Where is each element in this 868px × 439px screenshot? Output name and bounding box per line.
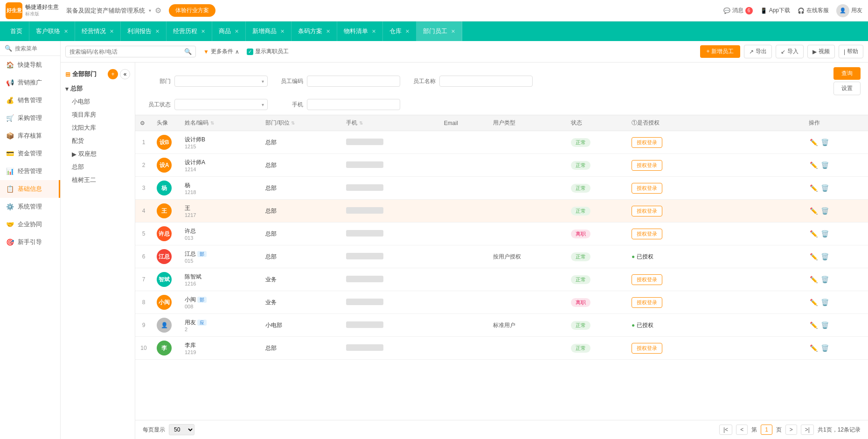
- empname-input[interactable]: [439, 76, 533, 87]
- sidebar-item-management[interactable]: 📊 经营管理: [0, 162, 60, 180]
- tree-node-zongbu2[interactable]: 总部: [61, 160, 135, 174]
- set-button[interactable]: 设置: [833, 82, 861, 95]
- sidebar-item-marketing[interactable]: 📢 营销推广: [0, 74, 60, 91]
- message-btn[interactable]: 💬 消息 6: [723, 7, 753, 14]
- tab-employee[interactable]: 部门员工✕: [417, 21, 462, 41]
- edit-button[interactable]: ✏️: [809, 206, 819, 216]
- close-icon[interactable]: ✕: [280, 28, 285, 35]
- th-name[interactable]: 姓名/编码 ⇅: [180, 115, 261, 131]
- sidebar-item-finance[interactable]: 💳 资金管理: [0, 145, 60, 162]
- sidebar-item-sales[interactable]: 💰 销售管理: [0, 91, 60, 109]
- settings-icon[interactable]: ⚙: [155, 6, 161, 15]
- auth-login-button[interactable]: 授权登录: [632, 343, 662, 354]
- settings-col-icon[interactable]: ⚙: [140, 120, 145, 126]
- sidebar-item-collab[interactable]: 🤝 企业协同: [0, 216, 60, 233]
- tree-node-shenyang[interactable]: 沈阳大库: [61, 121, 135, 134]
- tab-warehouse[interactable]: 仓库✕: [383, 21, 417, 41]
- auth-login-button[interactable]: 授权登录: [632, 297, 662, 308]
- auth-login-button[interactable]: 授权登录: [632, 229, 662, 239]
- delete-button[interactable]: 🗑️: [820, 321, 830, 330]
- export-button[interactable]: ↗ 导出: [744, 45, 772, 58]
- tab-new-goods[interactable]: 新增商品✕: [246, 21, 292, 41]
- sidebar-item-guide[interactable]: 🎯 新手引导: [0, 233, 60, 251]
- first-page-button[interactable]: |<: [719, 425, 732, 435]
- delete-button[interactable]: 🗑️: [820, 343, 830, 353]
- sys-title-arrow[interactable]: ▾: [149, 8, 151, 13]
- collapse-tree-button[interactable]: «: [120, 69, 130, 79]
- tree-node-zongbu[interactable]: ▾ 总部: [61, 82, 135, 95]
- close-icon[interactable]: ✕: [64, 28, 68, 35]
- edit-button[interactable]: ✏️: [809, 275, 819, 284]
- tab-goods[interactable]: 商品✕: [212, 21, 246, 41]
- page-size-select[interactable]: 50 100: [169, 424, 194, 435]
- prev-page-button[interactable]: <: [736, 425, 748, 435]
- edit-button[interactable]: ✏️: [809, 160, 819, 170]
- close-icon[interactable]: ✕: [235, 28, 239, 35]
- th-dept[interactable]: 部门/职位 ⇅: [261, 115, 341, 131]
- tree-node-peihuo[interactable]: 配货: [61, 134, 135, 147]
- sidebar-item-basic[interactable]: 📋 基础信息: [0, 180, 60, 198]
- employee-search-input[interactable]: [69, 49, 182, 55]
- delete-button[interactable]: 🗑️: [820, 298, 830, 307]
- tab-profit[interactable]: 利润报告✕: [121, 21, 167, 41]
- delete-button[interactable]: 🗑️: [820, 183, 830, 193]
- phone-input[interactable]: [307, 99, 400, 110]
- tab-operation[interactable]: 经营情况✕: [75, 21, 121, 41]
- online-service-btn[interactable]: 🎧 在线客服: [798, 7, 829, 14]
- close-icon[interactable]: ✕: [326, 28, 330, 35]
- last-page-button[interactable]: >|: [801, 425, 814, 435]
- auth-login-button[interactable]: 授权登录: [632, 274, 662, 285]
- sidebar-search-input[interactable]: [15, 45, 56, 52]
- next-page-button[interactable]: >: [785, 425, 797, 435]
- import-button[interactable]: ↙ 导入: [776, 45, 804, 58]
- edit-button[interactable]: ✏️: [809, 252, 819, 261]
- empstatus-select[interactable]: [174, 99, 268, 110]
- sidebar-item-inventory[interactable]: 📦 库存核算: [0, 127, 60, 145]
- close-icon[interactable]: ✕: [405, 28, 410, 35]
- close-icon[interactable]: ✕: [110, 28, 114, 35]
- user-menu[interactable]: 👤 用友: [836, 4, 862, 17]
- tab-bom[interactable]: 物料清单✕: [337, 21, 383, 41]
- tree-node-zhishu[interactable]: 植树王二: [61, 174, 135, 187]
- delete-button[interactable]: 🗑️: [820, 206, 830, 216]
- auth-login-button[interactable]: 授权登录: [632, 160, 662, 171]
- delete-button[interactable]: 🗑️: [820, 252, 830, 261]
- auth-login-button[interactable]: 授权登录: [632, 183, 662, 194]
- show-resigned-checkbox[interactable]: ✓ 显示离职员工: [247, 48, 289, 56]
- close-icon[interactable]: ✕: [372, 28, 376, 35]
- tab-barcode[interactable]: 条码方案✕: [292, 21, 337, 41]
- empcode-input[interactable]: [307, 76, 400, 87]
- add-dept-button[interactable]: +: [108, 69, 118, 79]
- sidebar-item-quicknav[interactable]: 🏠 快捷导航: [0, 56, 60, 74]
- app-download-btn[interactable]: 📱 App下载: [760, 7, 790, 14]
- sidebar-item-system[interactable]: ⚙️ 系统管理: [0, 198, 60, 216]
- delete-button[interactable]: 🗑️: [820, 275, 830, 284]
- tree-node-shuangzuo[interactable]: ▶ 双座想: [61, 147, 135, 160]
- close-icon[interactable]: ✕: [451, 28, 455, 35]
- tab-history[interactable]: 经营历程✕: [167, 21, 212, 41]
- delete-button[interactable]: 🗑️: [820, 229, 830, 238]
- edit-button[interactable]: ✏️: [809, 298, 819, 307]
- edit-button[interactable]: ✏️: [809, 183, 819, 193]
- tree-node-xiaodian[interactable]: 小电部: [61, 95, 135, 108]
- dept-select[interactable]: [174, 76, 268, 87]
- tab-home[interactable]: 首页: [4, 21, 29, 41]
- close-icon[interactable]: ✕: [201, 28, 205, 35]
- trial-button[interactable]: 体验行业方案: [169, 4, 215, 17]
- tree-node-project[interactable]: 项目库房: [61, 108, 135, 121]
- delete-button[interactable]: 🗑️: [820, 160, 830, 170]
- help-button[interactable]: | 帮助: [839, 45, 863, 58]
- auth-login-button[interactable]: 授权登录: [632, 137, 662, 148]
- edit-button[interactable]: ✏️: [809, 138, 819, 147]
- edit-button[interactable]: ✏️: [809, 343, 819, 353]
- sidebar-item-purchase[interactable]: 🛒 采购管理: [0, 109, 60, 127]
- add-employee-button[interactable]: + 新增员工: [700, 45, 740, 58]
- delete-button[interactable]: 🗑️: [820, 138, 830, 147]
- th-phone[interactable]: 手机 ⇅: [341, 115, 439, 131]
- edit-button[interactable]: ✏️: [809, 229, 819, 238]
- search-button[interactable]: 查询: [833, 67, 861, 80]
- more-filter-button[interactable]: ▼ 更多条件 ∧: [200, 46, 243, 57]
- tab-customer[interactable]: 客户联络✕: [29, 21, 75, 41]
- edit-button[interactable]: ✏️: [809, 321, 819, 330]
- close-icon[interactable]: ✕: [155, 28, 160, 35]
